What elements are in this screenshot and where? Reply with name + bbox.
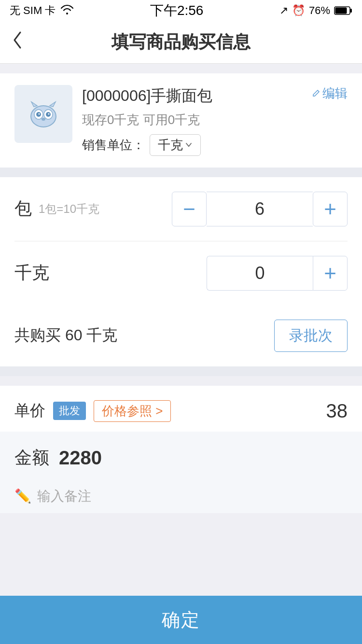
status-time: 下午2:56 — [150, 1, 204, 20]
svg-point-10 — [42, 118, 45, 121]
pack-decrement-button[interactable]: − — [172, 192, 207, 226]
svg-rect-1 — [350, 9, 352, 13]
product-stock: 现存0千克 可用0千克 — [82, 112, 348, 128]
product-card: [0000006]手撕面包 编辑 现存0千克 可用0千克 销售单位： 千克 — [0, 73, 362, 168]
status-bar: 无 SIM 卡 下午2:56 ↗ ⏰ 76% — [0, 0, 362, 21]
product-info: [0000006]手撕面包 编辑 现存0千克 可用0千克 销售单位： 千克 — [82, 85, 348, 156]
price-label: 单价 — [14, 400, 45, 421]
battery-icon — [334, 6, 352, 15]
kg-increment-button[interactable]: + — [313, 256, 348, 291]
pack-increment-button[interactable]: + — [313, 192, 348, 226]
unit-select[interactable]: 千克 — [150, 134, 201, 156]
product-thumbnail — [14, 85, 72, 143]
svg-marker-12 — [50, 102, 56, 107]
price-tag: 批发 — [53, 402, 86, 420]
summary-text: 共购买 60 千克 — [14, 325, 117, 346]
kg-qty-row: 千克 + — [14, 241, 348, 305]
svg-rect-2 — [335, 8, 347, 14]
battery-text: 76% — [309, 4, 330, 17]
pack-label: 包 1包=10千克 — [14, 197, 99, 221]
location-icon: ↗ — [279, 4, 288, 17]
alarm-icon: ⏰ — [292, 4, 305, 17]
kg-qty-controls: + — [207, 256, 348, 291]
wifi-icon — [60, 4, 74, 17]
price-value: 38 — [326, 400, 348, 422]
amount-section: 金额 2280 ✏️ 输入备注 — [0, 432, 362, 513]
svg-marker-11 — [31, 102, 37, 107]
pencil-icon: ✏️ — [14, 488, 31, 504]
svg-point-8 — [39, 113, 40, 114]
divider-2 — [0, 366, 362, 376]
remark-placeholder: 输入备注 — [37, 487, 91, 505]
pack-qty-controls: − + — [172, 192, 348, 226]
price-row: 单价 批发 价格参照 > 38 — [14, 400, 348, 422]
confirm-button[interactable]: 确定 — [0, 596, 362, 644]
kg-qty-input[interactable] — [207, 256, 313, 291]
quantity-section: 包 1包=10千克 − + 千克 + — [0, 177, 362, 305]
amount-row: 金额 2280 — [14, 446, 348, 470]
pack-qty-row: 包 1包=10千克 − + — [14, 177, 348, 241]
edit-button[interactable]: 编辑 — [311, 85, 348, 102]
kg-label: 千克 — [14, 261, 49, 285]
back-button[interactable] — [12, 30, 23, 54]
product-name: [0000006]手撕面包 — [82, 85, 212, 107]
page-title: 填写商品购买信息 — [111, 30, 251, 54]
record-batch-button[interactable]: 录批次 — [274, 320, 348, 352]
summary-row: 共购买 60 千克 录批次 — [0, 305, 362, 366]
carrier-text: 无 SIM 卡 — [10, 3, 56, 18]
remark-row[interactable]: ✏️ 输入备注 — [14, 479, 348, 513]
pack-hint: 1包=10千克 — [39, 201, 99, 217]
status-right: ↗ ⏰ 76% — [279, 4, 352, 17]
status-carrier: 无 SIM 卡 — [10, 3, 74, 18]
pack-qty-input[interactable] — [207, 192, 313, 226]
svg-point-9 — [48, 113, 50, 114]
product-unit-row: 销售单位： 千克 — [82, 134, 348, 156]
amount-label: 金额 — [14, 446, 49, 470]
price-ref-button[interactable]: 价格参照 > — [94, 400, 171, 422]
price-section: 单价 批发 价格参照 > 38 — [0, 386, 362, 432]
amount-value: 2280 — [59, 447, 102, 469]
divider-1 — [0, 168, 362, 177]
nav-bar: 填写商品购买信息 — [0, 21, 362, 64]
